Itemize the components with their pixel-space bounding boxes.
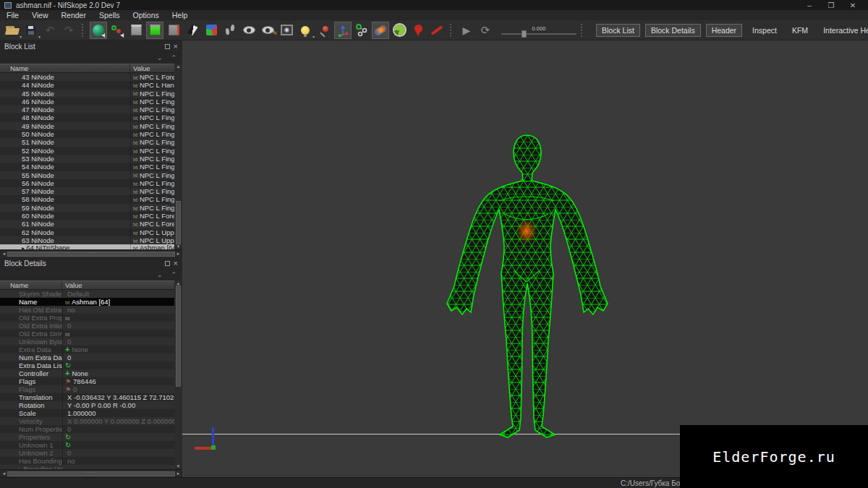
flip-plane-icon[interactable] [184,22,201,39]
rgb-cube-icon[interactable] [203,22,220,39]
no-highlight-icon[interactable] [428,22,446,39]
cube-gray-icon[interactable] [127,22,145,39]
toolbar-handle[interactable] [450,24,454,37]
block-details-row[interactable]: Rotation Y -0.00 P 0.00 R -0.00 [0,401,182,409]
block-details-row[interactable]: Num Properties 0 [0,425,182,433]
minimize-button[interactable]: – [799,1,820,9]
play-icon[interactable]: ▶ [458,22,475,39]
column-name[interactable]: Name [0,281,62,289]
scroll-up-icon[interactable]: ▲ [175,64,182,69]
hscroll-thumb[interactable] [7,252,175,257]
chevron-up-icon[interactable]: ⌃ [171,54,176,61]
scroll-left-icon[interactable]: ◄ [1,252,7,256]
menu-item[interactable]: View [25,11,55,20]
menu-item[interactable]: Help [166,11,195,20]
block-list-row[interactable]: 59 NiNode NPC L Finge... [0,204,182,212]
block-list-row[interactable]: 46 NiNode NPC L Finge... [0,98,182,106]
column-value[interactable]: Value [62,281,182,289]
block-details-row[interactable]: Velocity X 0.000000 Y 0.000000 Z 0.00000… [0,417,182,425]
block-details-row[interactable]: Has Bounding Vol... no [0,457,182,465]
scroll-left-icon[interactable]: ◄ [1,471,7,476]
open-file-icon[interactable]: ▾ [4,22,21,39]
float-panel-icon[interactable] [165,261,170,266]
select-sphere-icon[interactable] [90,22,107,39]
block-details-row[interactable]: Flags 0 [0,385,182,393]
slider-thumb[interactable] [522,30,527,38]
toolbar-handle[interactable] [581,24,584,37]
title-bar[interactable]: ashman.nif - NifSkope 2.0 Dev 7 – ❐ ✕ [0,0,868,10]
eye-icon[interactable] [240,22,258,39]
block-details-row[interactable]: Old Extra Internal Id 0 [0,322,182,330]
dock-toggle-button[interactable]: Header [706,24,742,37]
block-details-row[interactable]: Name Ashman [64] [0,298,182,306]
restore-button[interactable]: ❐ [820,1,842,9]
block-list-row[interactable]: 47 NiNode NPC L Finge... [0,106,182,114]
select-vertex-icon[interactable] [109,22,126,39]
block-list-row[interactable]: 57 NiNode NPC L Finge... [0,187,182,195]
block-details-row[interactable]: Unknown 2 0 [0,449,182,457]
block-list-row[interactable]: 56 NiNode NPC L Finge... [0,179,182,187]
dock-toggle-button[interactable]: Inspect [747,25,782,36]
block-list-hscrollbar[interactable]: ◄ ► [0,249,182,257]
float-panel-icon[interactable] [165,44,170,49]
block-list-row[interactable]: 62 NiNode NPC L Upper... [0,228,182,236]
vscroll-thumb[interactable] [176,201,181,244]
block-details-row[interactable]: Has Old Extra Data no [0,306,182,314]
block-details-row[interactable]: Num Extra Data List 0 [0,354,182,361]
block-list-row[interactable]: 49 NiNode NPC L Finge... [0,122,182,130]
block-list-row[interactable]: 52 NiNode NPC L Finge... [0,147,182,155]
pin-icon[interactable] [315,22,333,39]
block-list-row[interactable]: 60 NiNode NPC L Forea... [0,212,182,220]
axes-icon[interactable] [334,22,352,39]
block-details-row[interactable]: Controller None [0,369,182,377]
block-details-row[interactable]: Unknown 1 [0,441,182,449]
block-list-row[interactable]: 63 NiNode NPC L Upper... [0,236,182,244]
dock-toggle-button[interactable]: KFM [787,25,813,36]
loop-icon[interactable]: ⟳ [477,22,494,39]
vscroll-thumb[interactable] [176,286,181,387]
scroll-right-icon[interactable]: ► [175,252,182,256]
capsule-icon[interactable] [372,22,389,39]
column-name[interactable]: Name [0,64,130,72]
chevron-down-icon[interactable]: ⌄ [157,271,163,278]
block-list-row[interactable]: 51 NiNode NPC L Finge... [0,138,182,146]
block-details-row[interactable]: Scale 1.000000 [0,409,182,417]
menu-item[interactable]: Options [127,11,166,20]
block-list-row[interactable]: 61 NiNode NPC L Forea... [0,220,182,228]
dock-toggle-button[interactable]: Interactive Help [818,25,868,36]
scroll-right-icon[interactable]: ► [175,471,182,476]
gauge-icon[interactable] [391,22,408,39]
block-details-vscrollbar[interactable]: ▲ ▼ [174,281,182,469]
block-details-hscrollbar[interactable]: ◄ ► [0,469,182,477]
toolbar-handle[interactable] [82,24,85,37]
dock-toggle-button[interactable]: Block List [596,24,640,37]
scroll-down-icon[interactable]: ▼ [175,464,182,468]
animation-slider[interactable]: 0.000 [501,25,576,35]
block-list-row[interactable]: 55 NiNode NPC L Finge... [0,171,182,179]
block-details-row[interactable]: Skyrim Shader Type Default [0,290,182,298]
block-details-row[interactable]: Extra Data List [0,361,182,369]
block-list-row[interactable]: 50 NiNode NPC L Finge... [0,130,182,138]
viewport-3d[interactable] [182,40,868,477]
block-list-header[interactable]: Name Value [0,64,182,73]
close-panel-icon[interactable]: × [174,44,178,49]
hscroll-thumb[interactable] [7,471,175,476]
block-list-row[interactable]: 45 NiNode NPC L Finge... [0,90,182,98]
block-list-title-bar[interactable]: Block List × [0,40,182,52]
block-details-title-bar[interactable]: Block Details × [0,257,182,269]
block-list-row[interactable]: 58 NiNode NPC L Finge... [0,195,182,203]
close-button[interactable]: ✕ [842,1,864,9]
nodes-icon[interactable] [353,22,370,39]
save-icon[interactable]: ▾ [22,22,40,39]
footsteps-icon[interactable] [221,22,239,39]
block-details-row[interactable]: Unknown Byte 0 [0,338,182,346]
wireframe-model[interactable] [412,129,644,447]
chevron-up-icon[interactable]: ⌃ [171,271,176,278]
redo-icon[interactable]: ↷ [60,22,77,39]
block-list-row[interactable]: 43 NiNode NPC L Forea... [0,73,182,81]
menu-item[interactable]: Spells [93,11,127,20]
close-panel-icon[interactable]: × [174,261,178,266]
undo-icon[interactable]: ↶ [41,22,59,39]
menu-item[interactable]: File [0,11,25,20]
block-details-row[interactable]: Old Extra Prop Na... [0,314,182,322]
